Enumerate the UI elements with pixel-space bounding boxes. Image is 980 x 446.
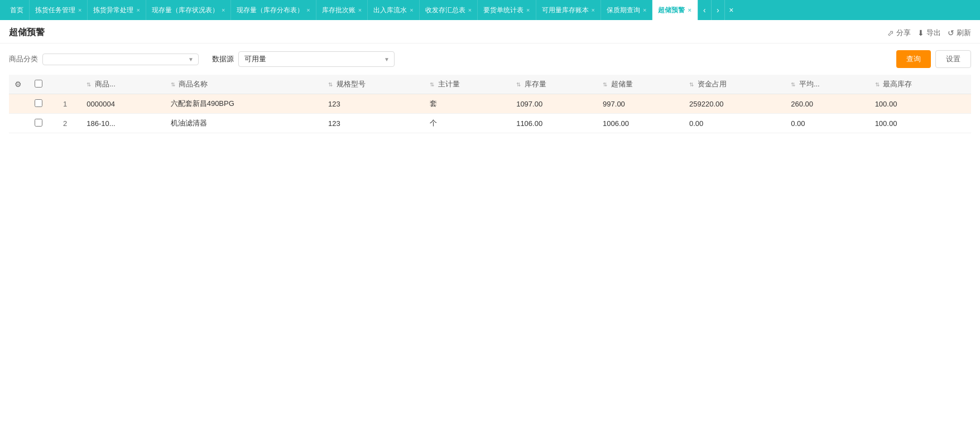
nav-item-overstock[interactable]: 超储预警 × [652,0,697,20]
row-checkbox[interactable] [35,99,42,107]
data-table: ⚙ ⇅ 商品... ⇅ 商品名称 ⇅ [9,75,971,133]
td-maxstock: 100.00 [869,114,971,133]
table-row[interactable]: 2 186-10... 机油滤清器 123 个 1106.00 1006.00 … [9,114,971,133]
nav-close-button[interactable]: × [724,0,738,20]
td-spec: 123 [323,114,424,133]
nav-prev-button[interactable]: ‹ [698,0,711,20]
nav-item-order-stats[interactable]: 要货单统计表 × [478,0,536,20]
datasource-select[interactable]: 可用量 ▼ [238,51,395,67]
select-all-checkbox[interactable] [35,80,42,88]
close-icon[interactable]: × [410,7,413,13]
close-icon[interactable]: × [592,7,595,13]
th-checkbox [29,75,49,94]
query-button[interactable]: 查询 [896,50,931,68]
filter-row: 商品分类 ▼ 数据源 可用量 ▼ 查询 设置 [0,43,980,75]
td-unit: 个 [424,114,511,133]
top-navigation: 首页 拣货任务管理 × 拣货异常处理 × 现存量（库存状况表） × 现存量（库存… [0,0,980,20]
page-title: 超储预警 [9,27,45,38]
td-row-num: 2 [49,114,81,133]
nav-item-available[interactable]: 可用量库存账本 × [536,0,601,20]
row-checkbox[interactable] [35,119,42,127]
gear-icon[interactable]: ⚙ [15,80,22,89]
close-icon[interactable]: × [78,7,81,13]
td-avg: 0.00 [785,114,869,133]
close-icon[interactable]: × [468,7,472,13]
table-header-row: ⚙ ⇅ 商品... ⇅ 商品名称 ⇅ [9,75,971,94]
td-avg: 260.00 [785,94,869,114]
export-icon: ⬇ [917,28,924,37]
nav-item-home[interactable]: 首页 [4,0,30,20]
td-code: 186-10... [81,114,165,133]
main-content: 超储预警 ⬀ 分享 ⬇ 导出 ↺ 刷新 商品分类 ▼ 数据源 [0,20,980,446]
td-gear [9,94,29,114]
th-avg[interactable]: ⇅ 平均... [785,75,869,94]
share-icon: ⬀ [887,28,894,37]
nav-item-stock-dist[interactable]: 现存量（库存分布表） × [231,0,316,20]
td-stock: 1097.00 [511,94,597,114]
nav-item-exception[interactable]: 拣货异常处理 × [88,0,146,20]
td-capital: 0.00 [684,114,785,133]
refresh-icon: ↺ [948,28,954,37]
nav-item-task-mgmt[interactable]: 拣货任务管理 × [30,0,88,20]
td-name: 六配套新昌490BPG [165,94,323,114]
settings-button[interactable]: 设置 [935,50,971,68]
chevron-down-icon: ▼ [384,56,390,62]
td-capital: 259220.00 [684,94,785,114]
sort-icon: ⇅ [603,81,607,88]
sort-icon: ⇅ [689,81,694,88]
datasource-filter-group: 数据源 可用量 ▼ [212,51,395,67]
td-overstock: 997.00 [597,94,684,114]
th-stock[interactable]: ⇅ 库存量 [511,75,597,94]
close-icon[interactable]: × [136,7,140,13]
category-filter-group: 商品分类 ▼ [9,54,199,65]
td-gear [9,114,29,133]
th-overstock[interactable]: ⇅ 超储量 [597,75,684,94]
nav-item-expiry[interactable]: 保质期查询 × [601,0,652,20]
th-code[interactable]: ⇅ 商品... [81,75,165,94]
datasource-value: 可用量 [244,54,266,64]
th-maxstock[interactable]: ⇅ 最高库存 [869,75,971,94]
header-actions: ⬀ 分享 ⬇ 导出 ↺ 刷新 [887,28,971,38]
nav-item-batch[interactable]: 库存批次账 × [316,0,368,20]
chevron-down-icon: ▼ [188,56,194,62]
td-unit: 套 [424,94,511,114]
close-icon[interactable]: × [358,7,362,13]
sort-icon: ⇅ [875,81,880,88]
close-icon[interactable]: × [306,7,310,13]
sort-icon: ⇅ [516,81,521,88]
td-overstock: 1006.00 [597,114,684,133]
th-row-num [49,75,81,94]
share-button[interactable]: ⬀ 分享 [887,28,911,38]
th-spec[interactable]: ⇅ 规格型号 [323,75,424,94]
td-stock: 1106.00 [511,114,597,133]
table-container: ⚙ ⇅ 商品... ⇅ 商品名称 ⇅ [0,75,980,133]
page-header: 超储预警 ⬀ 分享 ⬇ 导出 ↺ 刷新 [0,20,980,43]
category-select[interactable]: ▼ [42,54,199,65]
category-label: 商品分类 [9,54,38,64]
td-name: 机油滤清器 [165,114,323,133]
refresh-button[interactable]: ↺ 刷新 [948,28,971,38]
th-name[interactable]: ⇅ 商品名称 [165,75,323,94]
close-icon[interactable]: × [222,7,225,13]
sort-icon: ⇅ [171,81,175,88]
nav-item-summary[interactable]: 收发存汇总表 × [420,0,478,20]
close-icon[interactable]: × [526,7,530,13]
nav-item-flow[interactable]: 出入库流水 × [368,0,419,20]
close-icon[interactable]: × [688,7,691,13]
td-checkbox [29,94,49,114]
datasource-label: 数据源 [212,54,234,64]
close-icon[interactable]: × [643,7,646,13]
th-capital[interactable]: ⇅ 资金占用 [684,75,785,94]
nav-item-stock-status[interactable]: 现存量（库存状况表） × [146,0,231,20]
td-code: 0000004 [81,94,165,114]
filter-actions: 查询 设置 [896,50,971,68]
sort-icon: ⇅ [328,81,333,88]
sort-icon: ⇅ [430,81,434,88]
export-button[interactable]: ⬇ 导出 [917,28,941,38]
sort-icon: ⇅ [791,81,795,88]
th-unit[interactable]: ⇅ 主计量 [424,75,511,94]
table-body: 1 0000004 六配套新昌490BPG 123 套 1097.00 997.… [9,94,971,133]
th-gear: ⚙ [9,75,29,94]
nav-next-button[interactable]: › [711,0,724,20]
table-row[interactable]: 1 0000004 六配套新昌490BPG 123 套 1097.00 997.… [9,94,971,114]
